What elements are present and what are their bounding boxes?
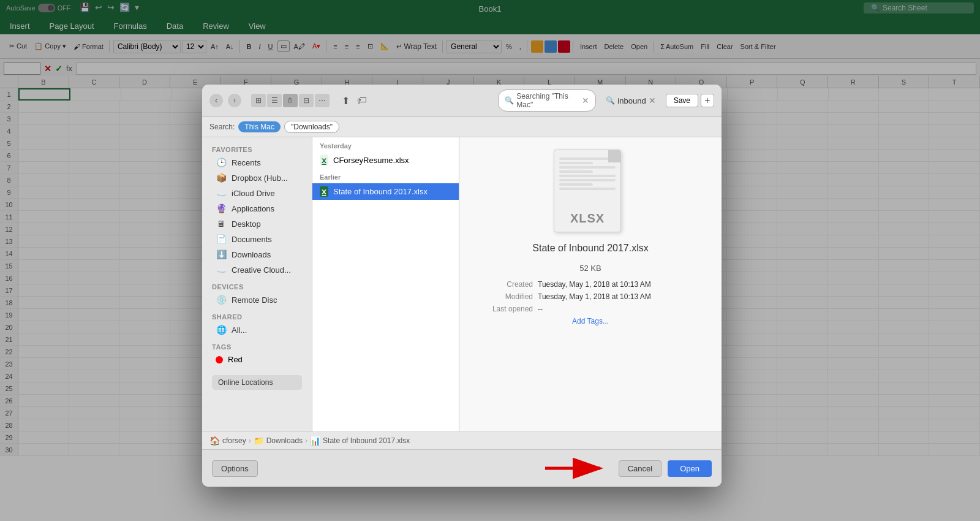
preview-icon: XLSX: [554, 150, 627, 235]
open-button[interactable]: Open: [668, 460, 712, 477]
preview-metadata: 52 KB Created Tuesday, May 1, 2018 at 10…: [472, 264, 709, 325]
sidebar-item-downloads[interactable]: ⬇️ Downloads: [206, 247, 308, 262]
sidebar-item-desktop[interactable]: 🖥 Desktop: [206, 216, 308, 231]
breadcrumb-home: cforsey: [222, 436, 246, 445]
documents-label: Documents: [232, 235, 272, 244]
applications-icon: 🔮: [216, 203, 227, 213]
devices-section: Devices 💿 Remote Disc: [202, 282, 312, 307]
recents-label: Recents: [232, 158, 261, 167]
red-arrow: [539, 456, 612, 481]
tag-item-red[interactable]: Red: [206, 352, 308, 367]
dropbox-label: Dropbox (Hub...: [232, 173, 288, 183]
cancel-button[interactable]: Cancel: [619, 460, 662, 477]
online-locations-button[interactable]: Online Locations: [212, 375, 302, 390]
preview-doc-corner: [608, 150, 620, 162]
this-mac-tag[interactable]: This Mac: [238, 121, 281, 132]
sidebar-item-applications[interactable]: 🔮 Applications: [206, 201, 308, 216]
creative-cloud-label: Creative Cloud...: [232, 265, 291, 275]
save-button[interactable]: Save: [666, 94, 698, 107]
icon-view-button[interactable]: ⊞: [251, 94, 266, 107]
sidebar-item-dropbox[interactable]: 📦 Dropbox (Hub...: [206, 170, 308, 185]
all-label: All...: [232, 325, 247, 335]
finder-preview: XLSX State of Inbound 2017.xlsx 52 KB Cr…: [459, 137, 722, 432]
sidebar-item-creative-cloud[interactable]: ☁️ Creative Cloud...: [206, 262, 308, 277]
tags-title: Tags: [202, 342, 312, 352]
last-opened-row: Last opened --: [472, 305, 709, 313]
doc-line: [559, 175, 616, 177]
devices-title: Devices: [202, 282, 312, 292]
finder-body: Favorites 🕒 Recents 📦 Dropbox (Hub... ☁️…: [202, 137, 722, 432]
file-item-state-inbound[interactable]: x̲ State of Inbound 2017.xlsx: [312, 183, 459, 200]
sidebar-item-icloud[interactable]: ☁️ iCloud Drive: [206, 186, 308, 200]
downloads-label: Downloads: [232, 250, 271, 259]
sidebar-item-remote-disc[interactable]: 💿 Remote Disc: [206, 292, 308, 307]
inbound-search-value: inbound: [617, 96, 646, 105]
icloud-label: iCloud Drive: [232, 189, 275, 198]
add-tags-link[interactable]: Add Tags...: [472, 317, 709, 325]
file-breadcrumb-icon: 📊: [310, 436, 320, 446]
documents-icon: 📄: [216, 234, 227, 244]
doc-line: [559, 179, 616, 181]
more-view-button[interactable]: ⋯: [315, 94, 330, 107]
gallery-view-button[interactable]: ⊟: [299, 94, 314, 107]
xlsx-label: XLSX: [554, 211, 620, 226]
view-buttons: ⊞ ☰ ⫛ ⊟ ⋯: [251, 94, 330, 107]
bottom-right-buttons: Cancel Open: [539, 456, 712, 481]
tags-section: Tags Red: [202, 342, 312, 367]
finder-search-text: Searching "This Mac": [516, 92, 579, 109]
add-button[interactable]: +: [701, 94, 714, 107]
finder-dialog: ‹ › ⊞ ☰ ⫛ ⊟ ⋯ ⬆ 🏷 🔍 Searching "This Mac"…: [202, 85, 722, 487]
downloads-tag[interactable]: "Downloads": [284, 121, 339, 133]
folder-breadcrumb-icon: 📁: [254, 436, 264, 446]
created-row: Created Tuesday, May 1, 2018 at 10:13 AM: [472, 280, 709, 289]
breadcrumb-sep-2: ›: [305, 436, 307, 445]
tag-button[interactable]: 🏷: [356, 94, 368, 107]
inbound-search-label: 🔍: [606, 96, 615, 105]
doc-line: [559, 188, 616, 190]
last-opened-label: Last opened: [472, 305, 533, 313]
red-tag-dot: [216, 356, 223, 363]
last-opened-value: --: [538, 305, 709, 313]
options-button[interactable]: Options: [212, 460, 258, 477]
forward-button[interactable]: ›: [228, 94, 241, 107]
breadcrumb-file: State of Inbound 2017.xlsx: [323, 436, 410, 445]
inbound-search-area: 🔍 inbound ✕: [606, 96, 655, 105]
column-view-button[interactable]: ⫛: [283, 94, 298, 107]
creative-cloud-icon: ☁️: [216, 265, 227, 275]
modified-value: Tuesday, May 1, 2018 at 10:13 AM: [538, 292, 709, 301]
home-breadcrumb-icon: 🏠: [209, 436, 220, 446]
created-value: Tuesday, May 1, 2018 at 10:13 AM: [538, 280, 709, 289]
finder-search-icon: 🔍: [505, 96, 514, 105]
shared-title: Shared: [202, 312, 312, 322]
finder-search-box[interactable]: 🔍 Searching "This Mac" ✕: [498, 89, 596, 112]
state-inbound-name: State of Inbound 2017.xlsx: [333, 187, 451, 196]
shared-section: Shared 🌐 All...: [202, 312, 312, 337]
search-label: Search:: [209, 123, 235, 131]
favorites-section: Favorites 🕒 Recents 📦 Dropbox (Hub... ☁️…: [202, 145, 312, 277]
file-item-cforsey-resume[interactable]: x̲ CForseyResume.xlsx: [312, 152, 459, 169]
sidebar-item-documents[interactable]: 📄 Documents: [206, 232, 308, 246]
icloud-icon: ☁️: [216, 188, 227, 198]
finder-search-clear[interactable]: ✕: [582, 96, 589, 105]
favorites-title: Favorites: [202, 145, 312, 154]
doc-line: [559, 158, 616, 160]
back-button[interactable]: ‹: [209, 94, 223, 107]
list-view-button[interactable]: ☰: [267, 94, 282, 107]
finder-bottom-bar: Options Cancel Open: [202, 449, 722, 487]
clear-inbound-search-button[interactable]: ✕: [649, 96, 656, 105]
yesterday-label: Yesterday: [312, 137, 459, 152]
preview-doc: XLSX: [554, 150, 621, 232]
recents-icon: 🕒: [216, 158, 227, 167]
desktop-label: Desktop: [232, 219, 261, 229]
breadcrumb-downloads: Downloads: [266, 436, 303, 445]
downloads-icon: ⬇️: [216, 249, 227, 259]
breadcrumb-sep-1: ›: [249, 436, 251, 445]
sidebar-item-recents[interactable]: 🕒 Recents: [206, 155, 308, 170]
share-button[interactable]: ⬆: [341, 94, 351, 108]
doc-line: [559, 162, 593, 164]
doc-line: [559, 166, 616, 169]
all-icon: 🌐: [216, 325, 227, 335]
xlsx-icon-resume: x̲: [320, 155, 328, 165]
finder-breadcrumb: 🏠 cforsey › 📁 Downloads › 📊 State of Inb…: [202, 432, 722, 449]
sidebar-item-all[interactable]: 🌐 All...: [206, 322, 308, 337]
